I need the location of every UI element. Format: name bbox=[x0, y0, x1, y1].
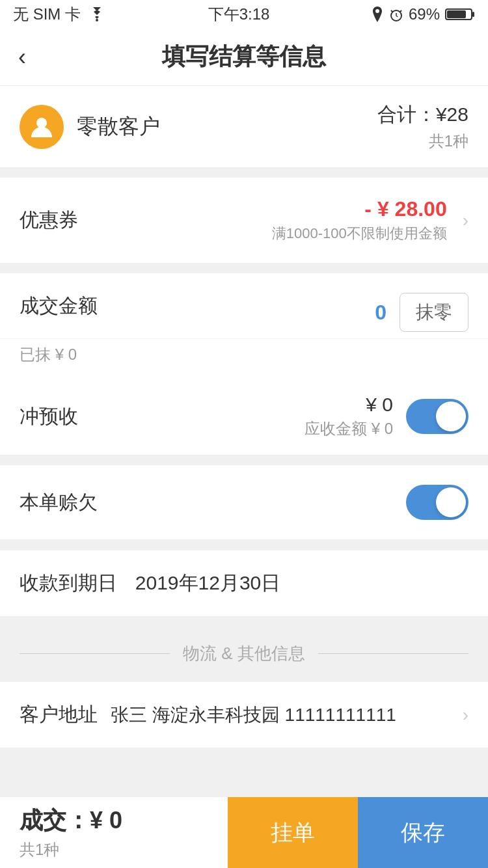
address-chevron-icon: › bbox=[463, 705, 468, 726]
battery-icon bbox=[445, 7, 475, 21]
customer-name: 零散客户 bbox=[77, 113, 160, 141]
debt-label: 本单赊欠 bbox=[20, 489, 98, 516]
already-rounded: 已抹 ¥ 0 bbox=[0, 339, 488, 378]
total-count: 共1种 bbox=[377, 131, 468, 152]
coupon-right: - ¥ 28.00 满1000-100不限制使用金额 › bbox=[98, 197, 468, 243]
customer-right: 合计：¥28 共1种 bbox=[377, 102, 468, 152]
bottom-deal-amount: ¥ 0 bbox=[90, 807, 122, 834]
wifi-icon bbox=[87, 7, 107, 21]
save-button[interactable]: 保存 bbox=[358, 797, 488, 869]
due-date-section: 收款到期日 2019年12月30日 bbox=[0, 550, 488, 616]
coupon-desc: 满1000-100不限制使用金额 bbox=[272, 224, 447, 243]
bottom-count: 共1种 bbox=[20, 839, 208, 860]
toggle-knob bbox=[436, 401, 466, 431]
debt-toggle[interactable] bbox=[406, 485, 468, 520]
nav-bar: ‹ 填写结算等信息 bbox=[0, 29, 488, 86]
chevron-right-icon: › bbox=[463, 210, 468, 231]
prepay-label: 冲预收 bbox=[20, 403, 98, 430]
no-sim-label: 无 SIM 卡 bbox=[13, 4, 81, 25]
avatar bbox=[20, 105, 64, 149]
coupon-section[interactable]: 优惠券 - ¥ 28.00 满1000-100不限制使用金额 › bbox=[0, 178, 488, 263]
deal-section: 成交金额 0 抹零 已抹 ¥ 0 冲预收 ¥ 0 应收金额 ¥ 0 bbox=[0, 273, 488, 455]
page-title: 填写结算等信息 bbox=[162, 41, 326, 73]
user-icon bbox=[27, 113, 56, 141]
round-off-button[interactable]: 抹零 bbox=[400, 293, 468, 332]
debt-section: 本单赊欠 bbox=[0, 465, 488, 539]
back-button[interactable]: ‹ bbox=[18, 44, 26, 71]
divider-line-right bbox=[318, 653, 468, 654]
bottom-bar: 成交：¥ 0 共1种 挂单 保存 bbox=[0, 796, 488, 868]
deal-amount-right: 0 抹零 bbox=[375, 293, 468, 332]
status-time: 下午3:18 bbox=[208, 4, 270, 25]
prepay-amounts: ¥ 0 应收金额 ¥ 0 bbox=[305, 394, 393, 439]
svg-rect-4 bbox=[472, 12, 474, 17]
coupon-label: 优惠券 bbox=[20, 207, 98, 234]
logistics-divider: 物流 & 其他信息 bbox=[0, 627, 488, 681]
due-date-value: 2019年12月30日 bbox=[135, 572, 280, 593]
prepay-right: ¥ 0 应收金额 ¥ 0 bbox=[305, 394, 468, 439]
alarm-icon bbox=[389, 7, 403, 21]
svg-point-5 bbox=[36, 118, 47, 128]
location-icon bbox=[371, 7, 384, 22]
divider-line-left bbox=[20, 653, 170, 654]
bottom-deal-row: 成交：¥ 0 bbox=[20, 805, 208, 837]
total-amount: 合计：¥28 bbox=[377, 102, 468, 128]
prepay-toggle[interactable] bbox=[406, 399, 468, 434]
deal-amount-value: 0 bbox=[375, 301, 386, 325]
customer-section: 零散客户 合计：¥28 共1种 bbox=[0, 86, 488, 167]
status-right: 69% bbox=[371, 5, 475, 23]
due-date-label: 收款到期日 bbox=[20, 572, 117, 593]
svg-rect-3 bbox=[447, 10, 466, 18]
hangup-button[interactable]: 挂单 bbox=[228, 797, 358, 869]
coupon-amount: - ¥ 28.00 bbox=[272, 197, 447, 221]
deal-amount-row: 成交金额 0 抹零 bbox=[0, 273, 488, 339]
bottom-deal-label: 成交： bbox=[20, 807, 90, 834]
address-section[interactable]: 客户地址 张三 海淀永丰科技园 11111111111 › bbox=[0, 682, 488, 748]
prepay-sub-amount: 应收金额 ¥ 0 bbox=[305, 418, 393, 439]
battery-label: 69% bbox=[409, 5, 440, 23]
deal-amount-label: 成交金额 bbox=[20, 293, 98, 319]
bottom-summary: 成交：¥ 0 共1种 bbox=[0, 805, 228, 860]
prepay-main-amount: ¥ 0 bbox=[305, 394, 393, 416]
debt-toggle-knob bbox=[436, 487, 466, 517]
address-label: 客户地址 bbox=[20, 701, 98, 728]
status-left: 无 SIM 卡 bbox=[13, 4, 107, 25]
prepay-row: 冲预收 ¥ 0 应收金额 ¥ 0 bbox=[0, 378, 488, 455]
logistics-label: 物流 & 其他信息 bbox=[183, 642, 305, 665]
address-value: 张三 海淀永丰科技园 11111111111 bbox=[111, 703, 444, 727]
status-bar: 无 SIM 卡 下午3:18 69% bbox=[0, 0, 488, 29]
logistics-section: 物流 & 其他信息 bbox=[0, 627, 488, 681]
coupon-row[interactable]: 优惠券 - ¥ 28.00 满1000-100不限制使用金额 › bbox=[0, 178, 488, 263]
customer-left: 零散客户 bbox=[20, 105, 160, 149]
svg-point-0 bbox=[96, 19, 98, 21]
